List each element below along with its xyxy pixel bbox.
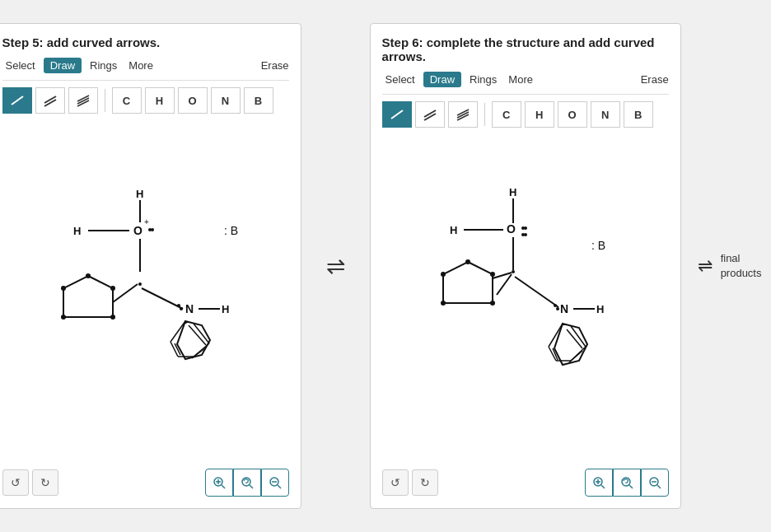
svg-text:+: + xyxy=(144,217,149,226)
panel2-undo-btn[interactable]: ↺ xyxy=(382,469,409,496)
svg-line-91 xyxy=(601,485,605,488)
panel1-draw-tools: C H O N B xyxy=(2,87,289,114)
svg-line-73 xyxy=(497,274,512,295)
panel2-draw-btn[interactable]: Draw xyxy=(423,72,461,87)
panel2-zoom-out-btn[interactable] xyxy=(641,469,669,497)
panel1-erase-btn[interactable]: Erase xyxy=(261,59,289,72)
svg-point-75 xyxy=(554,304,557,307)
panel1-zoom-reset-btn[interactable] xyxy=(233,469,261,497)
panel2-H-btn[interactable]: H xyxy=(525,101,554,128)
panel2-more-btn[interactable]: More xyxy=(505,72,536,87)
final-arrow: ⇌ xyxy=(698,255,713,277)
svg-line-2 xyxy=(44,100,56,106)
svg-text:N: N xyxy=(185,302,194,315)
svg-point-68 xyxy=(490,272,495,277)
svg-text:H: H xyxy=(450,224,457,236)
svg-point-71 xyxy=(441,272,446,277)
svg-line-35 xyxy=(171,321,185,342)
panel2-redo-btn[interactable]: ↻ xyxy=(412,469,438,496)
panel2-O-btn[interactable]: O xyxy=(558,101,587,128)
panel2-zoom-in-btn[interactable] xyxy=(585,469,613,497)
panel2-triple-bond-btn[interactable] xyxy=(448,101,478,128)
svg-line-74 xyxy=(515,277,558,307)
final-products-label: final products xyxy=(721,251,771,281)
panel1-C-btn[interactable]: C xyxy=(112,87,142,114)
panel1-double-bond-btn[interactable] xyxy=(35,87,65,114)
panel1-select-btn[interactable]: Select xyxy=(2,58,39,73)
svg-text:H: H xyxy=(509,186,516,198)
svg-line-50 xyxy=(424,110,436,117)
panel2-zoom-reset-btn[interactable] xyxy=(613,469,641,497)
svg-text:O: O xyxy=(133,224,143,237)
panel2-molecule-area[interactable]: H O H xyxy=(382,136,669,462)
panel1-more-btn[interactable]: More xyxy=(125,58,157,73)
svg-text:: B: : B xyxy=(591,239,605,252)
svg-line-47 xyxy=(278,485,281,488)
panel2-N-btn[interactable]: N xyxy=(591,101,620,128)
panel1-H-btn[interactable]: H xyxy=(145,87,175,114)
svg-point-65 xyxy=(512,270,515,273)
svg-point-59 xyxy=(524,226,527,230)
panel1-triple-bond-btn[interactable] xyxy=(68,87,98,114)
panel2-molecule-svg: H O H xyxy=(402,151,649,447)
svg-line-41 xyxy=(222,485,225,488)
svg-text:H: H xyxy=(596,303,604,315)
svg-point-25 xyxy=(180,307,183,310)
svg-point-22 xyxy=(138,282,142,286)
panel2-double-bond-btn[interactable] xyxy=(415,101,445,128)
svg-text:O: O xyxy=(507,222,516,236)
panel1-molecule-svg: H + O H xyxy=(6,144,286,441)
panel1-undo-btn[interactable]: ↺ xyxy=(2,469,29,496)
svg-line-95 xyxy=(629,485,633,488)
panel2-rings-btn[interactable]: Rings xyxy=(466,72,500,87)
svg-point-24 xyxy=(177,304,180,307)
svg-line-49 xyxy=(391,110,403,119)
panel1-zoom-in-btn[interactable] xyxy=(205,469,233,497)
svg-text:N: N xyxy=(560,302,568,315)
svg-text:H: H xyxy=(73,225,81,237)
panel1-molecule-area[interactable]: H + O H xyxy=(2,122,289,462)
svg-line-0 xyxy=(12,96,23,105)
panel1-title: Step 5: add curved arrows. xyxy=(2,35,289,49)
panel1-B-btn[interactable]: B xyxy=(244,87,273,114)
final-products-area: ⇌ final products xyxy=(698,251,771,281)
svg-marker-66 xyxy=(443,262,493,303)
svg-point-69 xyxy=(490,301,495,306)
svg-line-51 xyxy=(424,114,436,120)
svg-marker-15 xyxy=(63,276,113,317)
panel1-O-btn[interactable]: O xyxy=(178,87,208,114)
panel2-title: Step 6: complete the structure and add c… xyxy=(382,35,669,63)
svg-point-21 xyxy=(61,286,66,291)
equilibrium-arrow: ⇌ xyxy=(326,253,345,280)
panel2-erase-btn[interactable]: Erase xyxy=(641,73,669,86)
panel2-toolbar: Select Draw Rings More Erase xyxy=(382,72,669,95)
svg-line-16 xyxy=(113,284,138,302)
panel1-toolbar: Select Draw Rings More Erase xyxy=(2,58,289,81)
panel1-N-btn[interactable]: N xyxy=(211,87,241,114)
panel1-draw-btn[interactable]: Draw xyxy=(44,58,82,73)
panel1-undo-redo: ↺ ↻ xyxy=(2,469,58,496)
panel1-single-bond-btn[interactable] xyxy=(2,87,32,114)
svg-point-61 xyxy=(524,233,527,236)
panel1-redo-btn[interactable]: ↻ xyxy=(32,469,58,496)
svg-point-18 xyxy=(110,286,115,291)
svg-point-17 xyxy=(86,273,91,278)
svg-point-70 xyxy=(441,301,446,306)
panel2-select-btn[interactable]: Select xyxy=(382,72,418,87)
panel2-undo-redo: ↺ ↻ xyxy=(382,469,438,496)
panel2-single-bond-btn[interactable] xyxy=(382,101,412,128)
svg-marker-29 xyxy=(177,321,210,359)
panel1-rings-btn[interactable]: Rings xyxy=(86,58,120,73)
svg-point-76 xyxy=(556,307,559,310)
panel2-draw-tools: C H O N B xyxy=(382,101,669,128)
svg-line-97 xyxy=(657,485,661,488)
panel-step5: Step 5: add curved arrows. Select Draw R… xyxy=(0,23,301,509)
svg-text:: B: : B xyxy=(224,224,238,237)
svg-text:H: H xyxy=(222,303,229,315)
svg-point-20 xyxy=(61,315,66,320)
panel1-zoom-out-btn[interactable] xyxy=(261,469,289,497)
svg-line-1 xyxy=(44,96,56,103)
panel2-C-btn[interactable]: C xyxy=(492,101,521,128)
panel2-B-btn[interactable]: B xyxy=(624,101,653,128)
svg-text:H: H xyxy=(136,188,143,200)
